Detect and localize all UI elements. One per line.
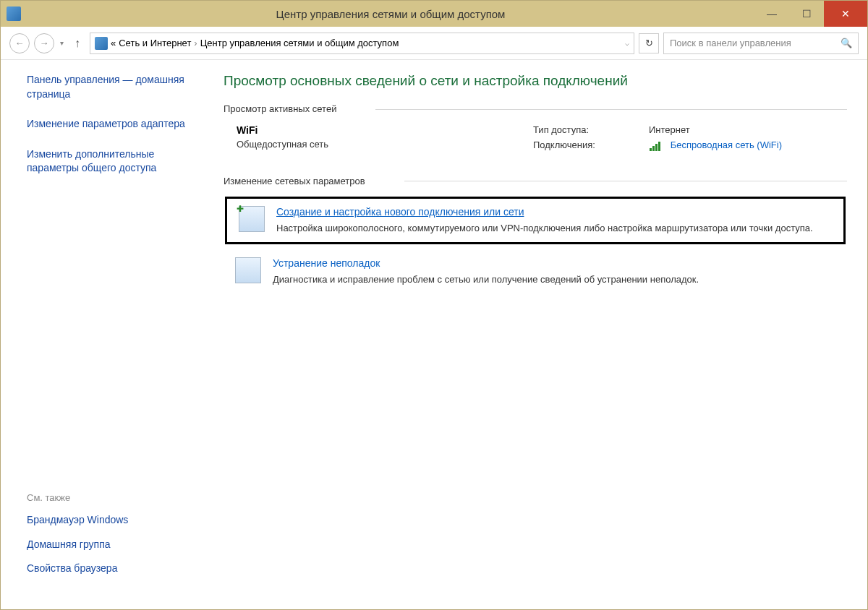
active-network-row: WiFi Общедоступная сеть Тип доступа: Инт… bbox=[224, 124, 847, 151]
svg-rect-2 bbox=[655, 144, 658, 151]
search-placeholder: Поиск в панели управления bbox=[670, 38, 791, 48]
close-button[interactable]: ✕ bbox=[824, 1, 867, 27]
refresh-button[interactable]: ↻ bbox=[639, 33, 659, 53]
network-category: Общедоступная сеть bbox=[237, 139, 533, 150]
see-also-title: См. также bbox=[27, 492, 196, 503]
nav-up-button[interactable]: ↑ bbox=[69, 35, 85, 51]
sidebar: Панель управления — домашняя страница Из… bbox=[1, 60, 210, 609]
sidebar-link-adapter-settings[interactable]: Изменение параметров адаптера bbox=[27, 117, 196, 132]
see-also-firewall[interactable]: Брандмауэр Windows bbox=[27, 513, 196, 528]
app-icon bbox=[7, 7, 21, 21]
breadcrumb-bar[interactable]: « Сеть и Интернет › Центр управления сет… bbox=[90, 33, 634, 54]
troubleshoot-icon bbox=[235, 257, 261, 283]
nav-back-button[interactable]: ← bbox=[9, 33, 30, 53]
minimize-button[interactable]: — bbox=[754, 1, 789, 27]
option-troubleshoot-title[interactable]: Устранение неполадок bbox=[273, 257, 835, 269]
option-new-connection-desc: Настройка широкополосного, коммутируемог… bbox=[276, 222, 832, 236]
breadcrumb-item-1[interactable]: Сеть и Интернет bbox=[119, 38, 191, 48]
connections-label: Подключения: bbox=[533, 139, 649, 150]
toolbar: ← → ▾ ↑ « Сеть и Интернет › Центр управл… bbox=[1, 27, 867, 60]
network-name: WiFi bbox=[237, 124, 533, 136]
window-title: Центр управления сетями и общим доступом bbox=[27, 8, 754, 20]
search-icon: 🔍 bbox=[841, 38, 852, 48]
connection-link[interactable]: Беспроводная сеть (WiFi) bbox=[671, 139, 782, 150]
new-connection-icon bbox=[239, 206, 265, 232]
breadcrumb-icon bbox=[95, 37, 108, 50]
nav-forward-button[interactable]: → bbox=[34, 33, 54, 53]
sidebar-link-sharing-settings[interactable]: Изменить дополнительные параметры общего… bbox=[27, 147, 196, 176]
svg-rect-3 bbox=[658, 142, 660, 151]
option-new-connection[interactable]: Создание и настройка нового подключения … bbox=[225, 197, 846, 245]
sidebar-link-home[interactable]: Панель управления — домашняя страница bbox=[27, 73, 196, 101]
option-troubleshoot[interactable]: Устранение неполадок Диагностика и испра… bbox=[224, 250, 847, 294]
see-also-homegroup[interactable]: Домашняя группа bbox=[27, 538, 196, 552]
search-input[interactable]: Поиск в панели управления 🔍 bbox=[663, 33, 859, 54]
section-active-networks: Просмотр активных сетей bbox=[224, 103, 847, 114]
access-type-value: Интернет bbox=[649, 124, 782, 135]
content-body: Панель управления — домашняя страница Из… bbox=[1, 60, 867, 609]
page-heading: Просмотр основных сведений о сети и наст… bbox=[224, 73, 847, 89]
breadcrumb-dropdown-icon[interactable]: ⌵ bbox=[625, 39, 629, 47]
nav-history-dropdown[interactable]: ▾ bbox=[60, 39, 64, 47]
wifi-signal-icon bbox=[649, 141, 663, 151]
access-type-label: Тип доступа: bbox=[533, 124, 649, 135]
breadcrumb-separator-icon: › bbox=[194, 38, 197, 48]
option-troubleshoot-desc: Диагностика и исправление проблем с сеть… bbox=[273, 273, 835, 287]
maximize-button[interactable]: ☐ bbox=[789, 1, 824, 27]
option-new-connection-title[interactable]: Создание и настройка нового подключения … bbox=[276, 206, 832, 218]
main-content: Просмотр основных сведений о сети и наст… bbox=[210, 60, 867, 609]
svg-rect-1 bbox=[652, 146, 655, 151]
section-change-settings: Изменение сетевых параметров bbox=[224, 176, 847, 186]
see-also-section: См. также Брандмауэр Windows Домашняя гр… bbox=[27, 492, 196, 596]
svg-rect-0 bbox=[650, 148, 652, 151]
breadcrumb-prefix: « bbox=[111, 38, 116, 48]
see-also-browser[interactable]: Свойства браузера bbox=[27, 562, 196, 576]
window-buttons: — ☐ ✕ bbox=[754, 1, 867, 27]
breadcrumb-item-2[interactable]: Центр управления сетями и общим доступом bbox=[200, 38, 399, 48]
window-titlebar: Центр управления сетями и общим доступом… bbox=[1, 1, 867, 27]
